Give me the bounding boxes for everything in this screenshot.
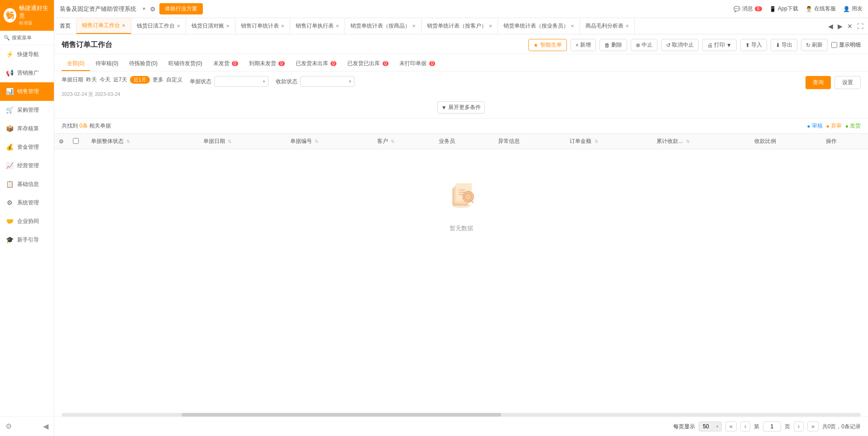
th-status[interactable]: 单据整体状态 ⇅ (86, 134, 199, 149)
th-exception[interactable]: 异常信息 (494, 134, 566, 149)
date-more[interactable]: 更多 (153, 76, 163, 84)
refresh-btn[interactable]: ↻ 刷新 (801, 39, 828, 51)
cancel-stop-btn[interactable]: ↺ 取消中止 (661, 39, 699, 51)
tab-maximize-btn[interactable]: ⛶ (855, 22, 865, 31)
date-last1month[interactable]: 近1月 (130, 76, 150, 84)
subtab-shipped-not-out[interactable]: 已发货未出库 0 (290, 57, 342, 71)
tab-goods-stats-staff-close[interactable]: ✕ (571, 24, 574, 28)
next-page-btn[interactable]: › (794, 422, 804, 431)
subtab-all[interactable]: 全部(0) (62, 57, 90, 71)
th-date[interactable]: 单据日期 ⇅ (199, 134, 286, 149)
show-detail-toggle[interactable]: 显示明细 (831, 41, 861, 49)
sidebar-item-basicinfo[interactable]: 📋 基础信息 (0, 175, 54, 194)
delete-btn[interactable]: 🗑 删除 (599, 39, 627, 51)
add-btn[interactable]: + 新增 (571, 39, 596, 51)
th-customer[interactable]: 客户 ⇅ (373, 134, 434, 149)
smart-create-btn[interactable]: ★ 智能生单 (528, 39, 567, 51)
abandon-action-btn[interactable]: ● 弃审 (826, 122, 842, 130)
prev-page-btn[interactable]: ‹ (740, 422, 750, 431)
first-page-btn[interactable]: « (725, 422, 737, 431)
filter-settings-btn[interactable]: 设置 (834, 76, 861, 89)
message-btn[interactable]: 💬 消息 6 (734, 5, 762, 13)
audit-action-btn[interactable]: ● 审核 (807, 122, 822, 130)
payment-select[interactable] (300, 76, 355, 87)
system-dropdown-icon[interactable]: ▼ (142, 6, 146, 11)
tab-sales-workbench-close[interactable]: ✕ (122, 23, 125, 28)
subtab-not-shipped[interactable]: 未发货 0 (208, 57, 244, 71)
page-number-input[interactable] (763, 422, 781, 431)
tab-cash-daily[interactable]: 钱货日清工作台 ✕ (131, 18, 186, 34)
th-collected[interactable]: 累计收款... ⇅ (652, 134, 749, 149)
date-custom[interactable]: 自定义 (166, 76, 182, 84)
subtab-overdue[interactable]: 到期未发货 0 (244, 57, 290, 71)
tab-goods-stats-product[interactable]: 销货单统计表（按商品） ✕ (345, 18, 422, 34)
tab-prev-btn[interactable]: ◀ (826, 22, 835, 31)
import-btn[interactable]: ⬆ 导入 (740, 39, 767, 51)
tab-sales-exec[interactable]: 销售订单执行表 ✕ (290, 18, 345, 34)
th-settings[interactable]: ⚙ (54, 134, 68, 149)
tab-cash-daily-close[interactable]: ✕ (177, 24, 180, 28)
th-number[interactable]: 单据编号 ⇅ (286, 134, 373, 149)
sidebar-item-finance[interactable]: 💰 资金管理 (0, 138, 54, 156)
sidebar-collapse-btn[interactable]: ◀ (41, 420, 50, 432)
date-today[interactable]: 今天 (100, 76, 110, 84)
sidebar-item-enterprise[interactable]: 🤝 企业协同 (0, 212, 54, 231)
subtab-shipped-not-out-label: 已发货未出库 (296, 60, 328, 66)
subtab-shipped-out[interactable]: 已发货已出库 0 (342, 57, 394, 71)
sidebar-item-sales[interactable]: 📊 销售管理 (0, 82, 54, 101)
date-last7[interactable]: 近7天 (113, 76, 127, 84)
tab-sales-stats-close[interactable]: ✕ (281, 24, 284, 28)
sidebar-item-operations[interactable]: 📈 经营管理 (0, 156, 54, 175)
subtab-pending-review[interactable]: 待审核(0) (90, 57, 124, 71)
tab-goods-margin[interactable]: 商品毛利分析表 ✕ (580, 18, 635, 34)
user-btn[interactable]: 👤 用友 (843, 5, 863, 13)
industry-btn[interactable]: 体验行业方案 (159, 3, 203, 14)
last-page-btn[interactable]: » (807, 422, 819, 431)
sidebar-item-system[interactable]: ⚙ 系统管理 (0, 194, 54, 212)
tab-cash-reconcile[interactable]: 钱货日清对账 ✕ (186, 18, 235, 34)
tab-goods-stats-product-close[interactable]: ✕ (412, 24, 416, 28)
tab-sales-exec-close[interactable]: ✕ (336, 24, 339, 28)
sidebar-item-purchase[interactable]: 🛒 采购管理 (0, 101, 54, 119)
sidebar-item-quicknav[interactable]: ⚡ 快捷导航 (0, 45, 54, 64)
table-scroll-wrapper[interactable]: ⚙ 单据整体状态 ⇅ 单据日期 ⇅ (54, 133, 868, 413)
sidebar-settings-btn[interactable]: ⚙ (4, 420, 14, 432)
expand-conditions-btn[interactable]: ▼ 展开更多条件 (437, 101, 485, 114)
subtab-not-printed[interactable]: 未打印单据 0 (394, 57, 441, 71)
tab-home[interactable]: 首页 (54, 18, 77, 34)
tab-close-all-btn[interactable]: ✕ (845, 22, 854, 31)
online-service-btn[interactable]: 👨‍💼 在线客服 (806, 5, 836, 13)
page-size-select[interactable]: 50 10 20 100 (699, 422, 722, 431)
sidebar-item-newbie[interactable]: 🎓 新手引导 (0, 231, 54, 249)
tab-goods-margin-close[interactable]: ✕ (625, 24, 629, 28)
tab-sales-workbench[interactable]: 销售订单工作台 ✕ (77, 18, 131, 34)
tab-cash-reconcile-close[interactable]: ✕ (226, 24, 230, 28)
print-btn[interactable]: 🖨 打印 ▼ (702, 39, 737, 51)
scrollbar-thumb[interactable] (182, 413, 501, 417)
status-select[interactable] (214, 76, 269, 87)
header-gear-icon[interactable]: ⚙ (150, 5, 156, 13)
service-label: 在线客服 (814, 5, 836, 13)
app-download-btn[interactable]: 📱 App下载 (769, 5, 798, 13)
ship-action-btn[interactable]: ● 发货 (845, 122, 861, 130)
tab-goods-stats-customer[interactable]: 销货单统计表（按客户） ✕ (422, 18, 498, 34)
sidebar-item-marketing[interactable]: 📢 营销推广 (0, 64, 54, 82)
query-btn[interactable]: 查询 (806, 76, 831, 89)
show-detail-checkbox[interactable] (831, 42, 837, 48)
sidebar-item-inventory[interactable]: 📦 库存核算 (0, 119, 54, 138)
subtab-pending-inspect[interactable]: 待拣验货(0) (124, 57, 163, 71)
stop-btn[interactable]: ⊗ 中止 (631, 39, 657, 51)
horizontal-scrollbar[interactable] (62, 413, 861, 417)
tab-goods-stats-customer-close[interactable]: ✕ (489, 24, 492, 28)
subtab-wangpu[interactable]: 旺铺待发货(0) (163, 57, 208, 71)
tab-sales-stats[interactable]: 销售订单统计表 ✕ (235, 18, 290, 34)
tab-next-btn[interactable]: ▶ (836, 22, 844, 31)
date-yesterday[interactable]: 昨天 (86, 76, 97, 84)
sidebar-search[interactable]: 🔍 搜索菜单 (0, 31, 54, 45)
select-all-checkbox[interactable] (73, 138, 79, 144)
th-staff[interactable]: 业务员 (434, 134, 494, 149)
th-amount[interactable]: 订单金额 ⇅ (565, 134, 652, 149)
tab-goods-stats-staff[interactable]: 销货单统计表（按业务员） ✕ (498, 18, 580, 34)
finance-icon: 💰 (5, 143, 14, 151)
export-btn[interactable]: ⬇ 导出 (771, 39, 797, 51)
